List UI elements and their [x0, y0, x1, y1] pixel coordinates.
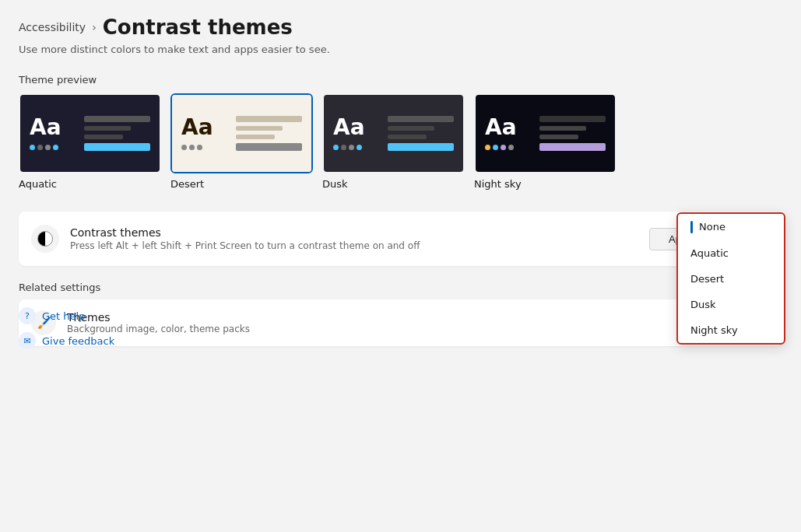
- related-themes-row[interactable]: 🖌️ Themes Background image, color, theme…: [19, 299, 782, 346]
- related-settings-section: 🖌️ Themes Background image, color, theme…: [19, 299, 782, 346]
- contrast-themes-section: Contrast themes Press left Alt + left Sh…: [19, 212, 782, 266]
- dropdown-container: None Aquatic Desert Dusk Night sky: [676, 212, 785, 345]
- theme-card-aquatic[interactable]: Aa Aqua: [19, 93, 161, 190]
- preview-aa-aquatic: Aa: [30, 117, 61, 138]
- related-themes-info: Themes Background image, color, theme pa…: [67, 311, 765, 334]
- contrast-themes-controls: Apply Edit None Aquatic Desert: [649, 228, 770, 250]
- theme-name-nightsky: Night sky: [474, 178, 617, 190]
- dropdown-label-none: None: [699, 221, 725, 233]
- theme-preview-desert: Aa: [170, 93, 313, 173]
- page-title: Contrast themes: [103, 16, 293, 39]
- contrast-themes-desc: Press left Alt + left Shift + Print Scre…: [70, 240, 649, 251]
- theme-name-aquatic: Aquatic: [19, 178, 161, 190]
- theme-card-dusk[interactable]: Aa Dusk: [322, 93, 465, 190]
- theme-preview-nightsky: Aa: [474, 93, 617, 173]
- preview-dots-nightsky: [485, 145, 517, 150]
- breadcrumb: Accessibility › Contrast themes: [19, 16, 782, 39]
- preview-dots-dusk: [333, 145, 365, 150]
- footer-links: ? Get help ✉ Give feedback: [19, 307, 114, 349]
- get-help-link[interactable]: ? Get help: [19, 307, 114, 324]
- get-help-label: Get help: [42, 310, 85, 322]
- preview-aa-desert: Aa: [181, 117, 213, 138]
- breadcrumb-separator: ›: [92, 21, 97, 33]
- contrast-icon: [37, 231, 53, 247]
- related-settings-label: Related settings: [19, 282, 782, 293]
- dropdown-option-nightsky[interactable]: Night sky: [678, 317, 784, 343]
- contrast-themes-row: Contrast themes Press left Alt + left Sh…: [19, 212, 782, 266]
- preview-aa-nightsky: Aa: [485, 117, 517, 138]
- theme-card-desert[interactable]: Aa Desert: [170, 93, 313, 190]
- dropdown-label-desert: Desert: [690, 273, 724, 285]
- theme-previews: Aa Aqua: [19, 93, 782, 190]
- dropdown-option-none[interactable]: None: [678, 214, 784, 240]
- dropdown-label-aquatic: Aquatic: [690, 247, 729, 259]
- theme-preview-label: Theme preview: [19, 74, 782, 86]
- preview-dots-desert: [181, 145, 213, 150]
- theme-preview-aquatic: Aa: [19, 93, 161, 173]
- dropdown-option-aquatic[interactable]: Aquatic: [678, 240, 784, 266]
- theme-name-dusk: Dusk: [322, 178, 465, 190]
- contrast-theme-dropdown[interactable]: None Aquatic Desert Dusk Night sky: [676, 212, 785, 345]
- dropdown-label-dusk: Dusk: [690, 299, 716, 310]
- dropdown-label-nightsky: Night sky: [690, 324, 738, 336]
- preview-dots-aquatic: [30, 145, 61, 150]
- selected-indicator: [690, 221, 693, 233]
- dropdown-option-desert[interactable]: Desert: [678, 266, 784, 292]
- theme-card-nightsky[interactable]: Aa Nigh: [474, 93, 617, 190]
- get-help-icon: ?: [19, 307, 36, 324]
- dropdown-option-dusk[interactable]: Dusk: [678, 292, 784, 317]
- preview-aa-dusk: Aa: [333, 117, 365, 138]
- give-feedback-link[interactable]: ✉ Give feedback: [19, 332, 114, 349]
- theme-preview-dusk: Aa: [322, 93, 465, 173]
- give-feedback-icon: ✉: [19, 332, 36, 349]
- page-subtitle: Use more distinct colors to make text an…: [19, 44, 782, 55]
- contrast-themes-info: Contrast themes Press left Alt + left Sh…: [70, 226, 649, 251]
- theme-name-desert: Desert: [170, 178, 313, 190]
- related-themes-title: Themes: [67, 311, 765, 324]
- contrast-themes-title: Contrast themes: [70, 226, 649, 239]
- give-feedback-label: Give feedback: [42, 335, 114, 347]
- contrast-icon-wrap: [31, 225, 59, 253]
- breadcrumb-accessibility[interactable]: Accessibility: [19, 21, 86, 33]
- related-themes-desc: Background image, color, theme packs: [67, 324, 765, 334]
